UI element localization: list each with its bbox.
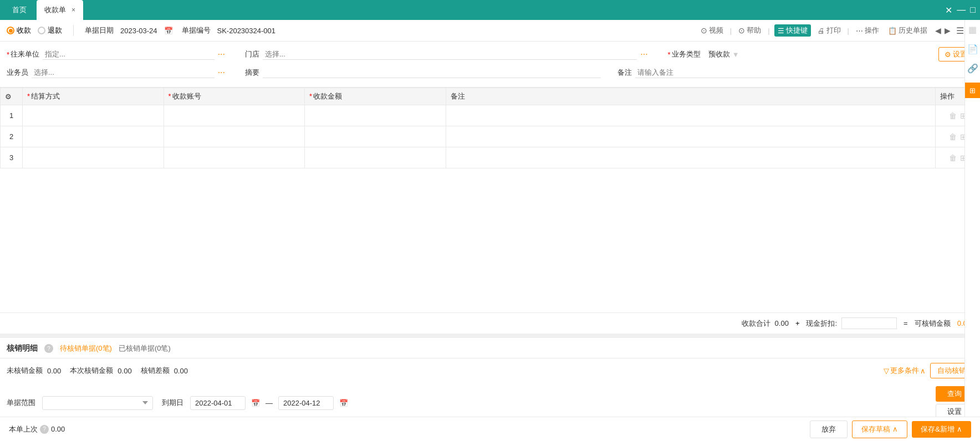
cell-remark-2[interactable] xyxy=(446,126,936,147)
diff-label: 核销差额 xyxy=(141,366,170,376)
summary-input[interactable] xyxy=(263,67,601,78)
main-content: 收款 退款 单据日期 2023-03-24 📅 单据编号 SK-20230324… xyxy=(0,20,980,441)
staff-more-icon[interactable]: ··· xyxy=(215,68,228,78)
help-label: 帮助 xyxy=(747,25,761,35)
cell-amount-1[interactable] xyxy=(305,105,446,126)
cell-account-2[interactable] xyxy=(164,126,305,147)
current-value: 0.00 xyxy=(118,367,131,375)
shortcut-btn[interactable]: ☰ 快捷键 xyxy=(774,24,811,37)
footer-bar: 本单上次 ? 0.00 放弃 保存草稿 ∧ 保存&新增 ∧ xyxy=(0,417,980,441)
staff-input[interactable] xyxy=(32,67,215,78)
radio-receive-dot xyxy=(7,27,14,34)
list-view-icon[interactable]: ☰ xyxy=(956,25,964,36)
print-btn[interactable]: 🖨 打印 xyxy=(815,24,843,37)
cell-amount-2[interactable] xyxy=(305,126,446,147)
shortcut-label: 快捷键 xyxy=(786,25,808,35)
tab-close-icon[interactable]: × xyxy=(72,6,75,14)
delete-icon-1[interactable]: 🗑 xyxy=(949,111,957,120)
help-btn[interactable]: ⊙ 帮助 xyxy=(736,24,763,37)
history-label: 历史单据 xyxy=(899,25,927,35)
partner-field: * 往来单位 ··· xyxy=(7,49,228,60)
range-label: 单据范围 xyxy=(7,398,35,408)
radio-receive[interactable]: 收款 xyxy=(7,25,31,35)
video-label: 视频 xyxy=(709,25,723,35)
form-row-2: 业务员 ··· 摘要 备注 xyxy=(7,67,973,78)
window-close-icon[interactable]: ✕ xyxy=(945,5,952,16)
date-from-input[interactable] xyxy=(190,396,246,410)
col-settle-method: *结算方式 xyxy=(23,88,164,105)
biz-type-dropdown-icon[interactable]: ▼ xyxy=(730,50,742,59)
diff-value: 0.00 xyxy=(174,367,188,375)
col-remark: 备注 xyxy=(446,88,936,105)
top-toolbar: 收款 退款 单据日期 2023-03-24 📅 单据编号 SK-20230324… xyxy=(0,20,980,42)
tab-current[interactable]: 收款单 × xyxy=(37,0,83,20)
cell-settle-2[interactable] xyxy=(23,126,164,147)
sidebar-link-icon[interactable]: 🔗 xyxy=(967,63,978,74)
cell-amount-3[interactable] xyxy=(305,147,446,168)
footer-left: 本单上次 ? 0.00 xyxy=(9,424,65,434)
date-label: 单据日期 xyxy=(85,25,114,35)
shop-field: 门店 ··· xyxy=(245,49,651,60)
operation-btn[interactable]: ⋯ 操作 xyxy=(854,24,881,37)
nav-prev-icon[interactable]: ◀ xyxy=(934,26,942,35)
hexiao-pending-tab[interactable]: 待核销单据(0笔) xyxy=(60,343,112,353)
col-amount: *收款金额 xyxy=(305,88,446,105)
more-conditions-btn[interactable]: ▽ 更多条件 ∧ xyxy=(884,366,926,376)
partner-input[interactable] xyxy=(43,49,215,60)
window-square-icon[interactable]: □ xyxy=(970,5,976,15)
discount-input[interactable] xyxy=(841,317,897,329)
table-settings-header[interactable]: ⚙ xyxy=(1,88,23,105)
cell-account-1[interactable] xyxy=(164,105,305,126)
cell-settle-1[interactable] xyxy=(23,105,164,126)
sidebar-table-icon[interactable]: ▦ xyxy=(968,24,977,35)
save-new-btn[interactable]: 保存&新增 ∧ xyxy=(912,421,971,438)
calendar-icon[interactable]: 📅 xyxy=(164,27,173,35)
remark-input[interactable] xyxy=(635,67,973,78)
sidebar-active-icon[interactable]: ⊞ xyxy=(965,83,981,98)
nav-arrows: ◀ ▶ xyxy=(934,26,952,35)
shop-more-icon[interactable]: ··· xyxy=(637,49,651,59)
partner-more-icon[interactable]: ··· xyxy=(215,49,228,59)
total-label: 收款合计 0.00 xyxy=(742,319,789,329)
carry-info-icon[interactable]: ? xyxy=(40,425,49,434)
radio-refund[interactable]: 退款 xyxy=(38,25,62,35)
chevron-up-icon: ∧ xyxy=(920,367,926,375)
date-from-icon[interactable]: 📅 xyxy=(251,399,260,407)
range-select[interactable] xyxy=(42,396,153,410)
shop-input[interactable] xyxy=(263,49,637,60)
eq-sign: = xyxy=(904,319,908,327)
date-to-input[interactable] xyxy=(278,396,334,410)
doc-value: SK-20230324-001 xyxy=(217,27,276,35)
cell-account-3[interactable] xyxy=(164,147,305,168)
draft-btn[interactable]: 保存草稿 ∧ xyxy=(852,421,907,438)
window-minus-icon[interactable]: — xyxy=(957,5,966,15)
row-num-2: 2 xyxy=(1,126,23,147)
biz-type-label: 业务类型 xyxy=(672,49,701,59)
video-btn[interactable]: ⊙ 视频 xyxy=(698,24,726,37)
doc-field: 单据编号 SK-20230324-001 xyxy=(182,25,276,35)
cell-remark-3[interactable] xyxy=(446,147,936,168)
nav-next-icon[interactable]: ▶ xyxy=(943,26,952,35)
right-sidebar: ▦ 📄 🔗 ⊞ xyxy=(964,20,980,441)
range-filter: 单据范围 xyxy=(7,396,153,410)
history-btn[interactable]: 📋 历史单据 xyxy=(886,24,930,37)
cell-settle-3[interactable] xyxy=(23,147,164,168)
print-label: 打印 xyxy=(826,25,841,35)
hexiao-done-tab[interactable]: 已核销单据(0笔) xyxy=(119,343,171,353)
divider-1 xyxy=(73,25,74,36)
section-divider xyxy=(0,334,980,338)
abandon-btn[interactable]: 放弃 xyxy=(810,421,848,438)
hexiao-stats: 未核销金额 0.00 本次核销金额 0.00 核销差额 0.00 ▽ 更多条件 … xyxy=(0,358,980,383)
delete-icon-2[interactable]: 🗑 xyxy=(949,132,957,141)
tab-home[interactable]: 首页 xyxy=(4,0,34,20)
staff-field: 业务员 ··· xyxy=(7,67,228,78)
hexiao-info-icon[interactable]: ? xyxy=(44,344,53,353)
window-controls: ✕ — □ xyxy=(945,5,976,16)
current-stat: 本次核销金额 0.00 xyxy=(70,366,131,376)
radio-refund-label: 退款 xyxy=(48,25,62,35)
sidebar-doc-icon[interactable]: 📄 xyxy=(967,44,978,54)
remark-field: 备注 xyxy=(617,67,973,78)
cell-remark-1[interactable] xyxy=(446,105,936,126)
date-to-icon[interactable]: 📅 xyxy=(339,399,348,407)
delete-icon-3[interactable]: 🗑 xyxy=(949,153,957,162)
